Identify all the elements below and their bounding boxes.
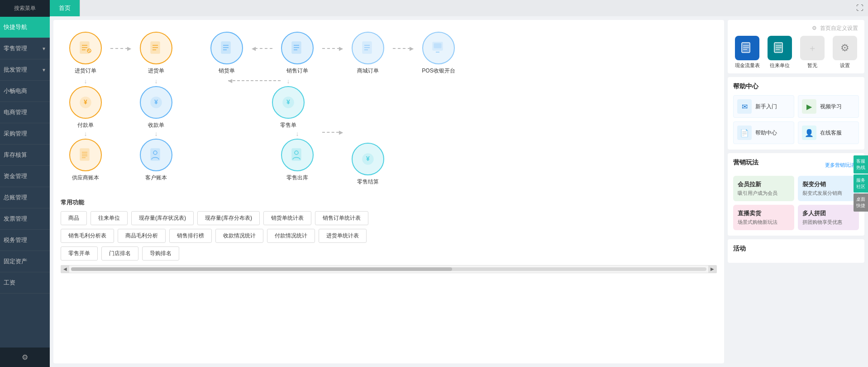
sidebar-item-fapiao[interactable]: 发票管理 (0, 208, 50, 230)
help-item-help[interactable]: 📄 帮助中心 (733, 121, 794, 144)
help-item-newbie[interactable]: ✉ 新手入门 (733, 95, 794, 118)
sidebar-item-kuaijie[interactable]: 快捷导航 (0, 17, 50, 38)
common-buttons-row2: 销售毛利分析表 商品毛利分析 销售排行榜 收款情况统计 付款情况统计 进货单统计… (61, 229, 717, 243)
scroll-left-arrow[interactable]: ◀ (61, 265, 69, 273)
marketing-item-zhibo[interactable]: 直播卖货 场景式购物新玩法 (733, 205, 794, 230)
marketing-desc-huiyuan: 吸引用户成为会员 (738, 190, 790, 197)
arrow-sc-to-pos: ▶ (393, 45, 414, 62)
scroll-thumb[interactable] (71, 267, 452, 271)
common-btn-xhtj[interactable]: 销货单统计表 (263, 211, 311, 225)
circle-kehuzb[interactable] (140, 139, 172, 171)
flow-label-shangcheng: 商城订单 (357, 67, 379, 75)
common-btn-shangpin[interactable]: 商品 (61, 211, 87, 225)
help-item-video[interactable]: ▶ 视频学习 (798, 95, 859, 118)
homepage-settings-link[interactable]: ⚙ 首页自定义设置 (732, 24, 860, 32)
marketing-title-liebian: 裂变分销 (802, 180, 854, 188)
fullscreen-icon[interactable]: ⛶ (852, 0, 868, 16)
marketing-desc-pintuan: 拼团购物享受优惠 (802, 219, 854, 226)
help-icon-newbie: ✉ (737, 99, 752, 114)
common-btn-xsphb[interactable]: 销售排行榜 (169, 229, 212, 243)
flow-label-fukuan: 付款单 (77, 121, 94, 129)
circle-gongyingshang[interactable] (69, 139, 102, 171)
sidebar-item-kucun[interactable]: 库存核算 (0, 145, 50, 166)
help-icon-video: ▶ (802, 99, 816, 114)
common-btn-xsddtj[interactable]: 销售订单统计表 (315, 211, 368, 225)
quick-icon-zanwu[interactable]: ＋ 暂无 (797, 36, 827, 69)
flow-node-jinhuo[interactable]: 进货单 (131, 32, 181, 75)
scroll-track[interactable] (71, 267, 706, 271)
flow-node-xiaoshoudd[interactable]: 销售订单 (272, 32, 322, 75)
flow-label-lingsouchu: 零售出库 (286, 174, 308, 182)
circle-lingsoujs[interactable]: ¥ (352, 143, 384, 175)
sidebar-item-zijin[interactable]: 资金管理 (0, 166, 50, 187)
quick-icon-label-jlb: 现金流量表 (735, 62, 760, 69)
quick-icon-label-zanwu: 暂无 (807, 62, 817, 69)
common-btn-wldw[interactable]: 往来单位 (91, 211, 128, 225)
flow-diagram: 进货订单 ▶ (61, 27, 717, 195)
common-btn-dgpm[interactable]: 导购排名 (142, 246, 179, 261)
sidebar-item-label: 零售管理 (4, 44, 27, 53)
circle-shoukuan[interactable]: ¥ (140, 86, 172, 119)
flow-label-xiaohuo: 销货单 (219, 67, 235, 75)
quick-icon-settings[interactable]: ⚙ 设置 (830, 36, 860, 69)
sidebar-item-gongzi[interactable]: 工资 (0, 272, 50, 294)
common-btn-fktj[interactable]: 付款情况统计 (267, 229, 315, 243)
scroll-right-arrow[interactable]: ▶ (708, 265, 716, 273)
common-btn-xcl1[interactable]: 现存量(库存状况表) (131, 211, 194, 225)
help-item-online[interactable]: 👤 在线客服 (798, 121, 859, 144)
sidebar-item-pifa[interactable]: 批发管理 ▼ (0, 59, 50, 81)
arrow-xd-to-sc: ▶ (322, 45, 343, 62)
gear-small-icon: ⚙ (812, 25, 817, 31)
arrow-to-jinhuo: ▶ (110, 45, 131, 62)
circle-lingsoud[interactable]: ¥ (272, 86, 305, 119)
common-btn-spmlfx[interactable]: 商品毛利分析 (118, 229, 166, 243)
marketing-item-liebian[interactable]: 裂变分销 裂变式发展分销商 (798, 176, 859, 201)
sidebar-item-guding[interactable]: 固定资产 (0, 251, 50, 272)
sidebar-item-xiaochang[interactable]: 小畅电商 (0, 81, 50, 102)
gear-icon[interactable]: ⚙ (22, 353, 28, 362)
common-functions-title: 常用功能 (61, 198, 717, 207)
quick-icon-wldy[interactable]: 往来单位 (765, 36, 795, 69)
sidebar-item-dianshangg[interactable]: 电商管理 (0, 102, 50, 123)
flow-node-shangcheng[interactable]: 商城订单 (343, 32, 393, 75)
sidebar-item-label: 总账管理 (4, 193, 27, 202)
sidebar-item-lingshou[interactable]: 零售管理 ▼ (0, 38, 50, 59)
common-btn-sktj[interactable]: 收款情况统计 (215, 229, 263, 243)
flow-label-jinhuo: 进货单 (148, 67, 164, 75)
common-btn-xcl2[interactable]: 现存量(库存分布表) (197, 211, 260, 225)
float-btn-shequ[interactable]: 服务社区 (854, 174, 868, 193)
tab-home[interactable]: 首页 (50, 0, 80, 16)
horizontal-scrollbar[interactable]: ◀ ▶ (61, 265, 717, 273)
help-icon-help: 📄 (737, 126, 752, 140)
sidebar-item-label: 固定资产 (4, 257, 27, 266)
marketing-item-huiyuan[interactable]: 会员拉新 吸引用户成为会员 (733, 176, 794, 201)
sidebar-item-label: 税务管理 (4, 236, 27, 244)
arrow-down-2: ↓ (155, 77, 158, 85)
common-btn-lskd[interactable]: 零售开单 (61, 246, 98, 261)
flow-node-xiaohuo[interactable]: 销货单 (202, 32, 252, 75)
float-btn-kefu[interactable]: 客服热线 (854, 155, 868, 174)
help-icon-online: 👤 (802, 126, 816, 140)
common-btn-mdpm[interactable]: 门店排名 (101, 246, 138, 261)
common-btn-jhtj[interactable]: 进货单统计表 (319, 229, 367, 243)
sidebar-item-shuiwu[interactable]: 税务管理 (0, 230, 50, 251)
sidebar-item-zhongzhang[interactable]: 总账管理 (0, 187, 50, 208)
float-btn-zhuomian[interactable]: 桌面快捷 (854, 193, 868, 212)
circle-fukuan[interactable]: ¥ (69, 86, 102, 119)
quick-icon-box-wldy (768, 36, 792, 60)
flow-node-pos[interactable]: POS收银开台 (414, 32, 463, 75)
quick-icon-box-jlb (735, 36, 759, 60)
marketing-desc-liebian: 裂变式发展分销商 (802, 190, 854, 197)
svg-rect-22 (434, 43, 441, 48)
sidebar-item-caigou[interactable]: 采购管理 (0, 123, 50, 145)
float-buttons: 客服热线 服务社区 桌面快捷 (854, 155, 868, 212)
common-btn-xsmlfx[interactable]: 销售毛利分析表 (61, 229, 114, 243)
flow-node-jinhuodd[interactable]: 进货订单 (61, 32, 110, 75)
quick-icon-jlb[interactable]: 现金流量表 (732, 36, 762, 69)
sidebar-search[interactable]: 搜索菜单 (0, 0, 50, 17)
flow-label-lingsoud: 零售单 (280, 121, 296, 129)
marketing-item-pintuan[interactable]: 多人拼团 拼团购物享受优惠 (798, 205, 859, 230)
flow-label-kehuzb: 客户账本 (145, 174, 167, 182)
marketing-title-pintuan: 多人拼团 (802, 209, 854, 217)
circle-lingsouchu[interactable] (281, 139, 314, 171)
